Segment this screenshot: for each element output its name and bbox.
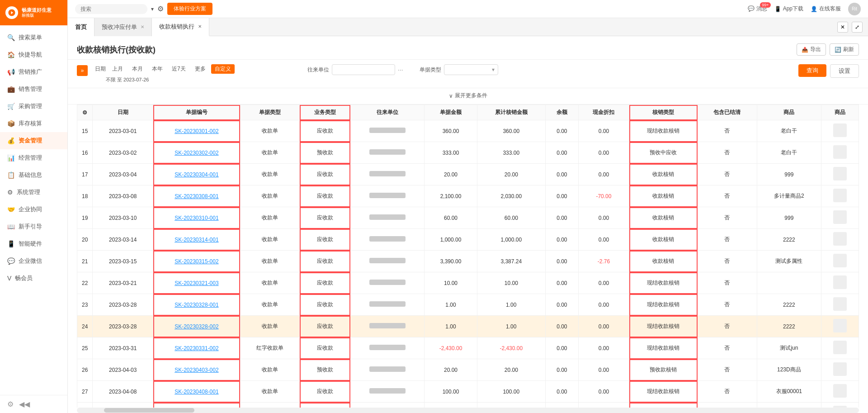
cell-goods2	[821, 185, 859, 207]
date-btn-last-month[interactable]: 上月	[108, 64, 127, 74]
close-tab-button[interactable]: ✕	[837, 22, 848, 33]
cell-balance: 0.00	[545, 337, 578, 359]
cell-date: 2023-04-03	[93, 359, 153, 381]
tab-prepay[interactable]: 预收冲应付单 ✕	[94, 18, 152, 36]
doc-no-link[interactable]: SK-20230308-001	[175, 193, 218, 199]
sidebar-item-搜索菜单[interactable]: 🔍搜索菜单	[0, 29, 67, 46]
cell-cash-discount: 0.00	[578, 337, 629, 359]
sidebar-item-企业微信[interactable]: 💬企业微信	[0, 252, 67, 270]
cell-doc-no: SK-20230418-001	[153, 403, 240, 408]
voucher-type-filter-group: 单据类型	[420, 64, 498, 75]
date-btn-this-month[interactable]: 本月	[128, 64, 146, 74]
doc-no-link[interactable]: SK-20230310-001	[175, 215, 218, 221]
partner-input[interactable]	[332, 64, 395, 75]
filter-toggle-btn[interactable]: »	[77, 65, 88, 76]
doc-no-link[interactable]: SK-20230302-002	[175, 150, 218, 156]
cell-balance: 0.00	[545, 164, 578, 185]
sidebar-item-销售管理[interactable]: 💼销售管理	[0, 81, 67, 98]
cell-doc-no: SK-20230308-001	[153, 185, 240, 207]
online-service-btn[interactable]: 👤 在线客服	[811, 5, 841, 13]
cell-include-settled: 否	[698, 272, 757, 294]
voucher-type-select[interactable]	[444, 64, 498, 75]
cell-date: 2023-03-08	[93, 185, 153, 207]
sidebar-item-采购管理[interactable]: 🛒采购管理	[0, 98, 67, 115]
cell-cum-amount: 1.00	[477, 316, 545, 337]
cell-balance: 0.00	[545, 120, 578, 142]
cell-balance: 0.00	[545, 381, 578, 403]
doc-no-link[interactable]: SK-20230328-001	[175, 302, 218, 308]
table-header-row: ⚙ 日期 单据编号 单据类型 业务类型 往来单位 单据金额 累计核销金额 余额 …	[77, 105, 859, 120]
expand-more-btn[interactable]: ∨ 展开更多条件	[77, 90, 859, 101]
dropdown-btn[interactable]: ▾	[151, 6, 154, 12]
doc-no-link[interactable]: SK-20230331-002	[175, 345, 218, 351]
doc-no-link[interactable]: SK-20230315-002	[175, 258, 218, 265]
date-range-display: 不限 至 2023-07-26	[106, 77, 149, 82]
doc-no-link[interactable]: SK-20230328-002	[175, 323, 218, 330]
export-button[interactable]: 📤 导出	[797, 43, 826, 56]
cell-balance: 0.00	[545, 229, 578, 251]
scroll-thumb[interactable]	[104, 408, 194, 413]
doc-no-link[interactable]: SK-20230408-001	[175, 389, 218, 395]
cell-no: 24	[77, 316, 93, 337]
doc-no-link[interactable]: SK-20230321-003	[175, 280, 218, 286]
cell-doc-type: 收款单	[240, 207, 300, 229]
cell-write-off-type: 现结收款核销	[629, 120, 698, 142]
sidebar-item-新手引导[interactable]: 📖新手引导	[0, 218, 67, 235]
sidebar-item-智能硬件[interactable]: 📱智能硬件	[0, 235, 67, 252]
date-btn-more[interactable]: 更多	[191, 64, 209, 74]
query-button[interactable]: 查询	[798, 64, 826, 77]
cell-balance: 0.00	[545, 142, 578, 164]
cell-date: 2023-04-18	[93, 403, 153, 408]
date-btn-this-year[interactable]: 本年	[148, 64, 166, 74]
cell-no: 27	[77, 381, 93, 403]
table-row: 20 2023-03-14 SK-20230314-001 收款单 应收款 1,…	[77, 229, 859, 251]
sidebar-item-基础信息[interactable]: 📋基础信息	[0, 166, 67, 184]
date-btn-custom[interactable]: 自定义	[211, 64, 235, 74]
sidebar-item-资金管理[interactable]: 💰资金管理	[0, 132, 67, 149]
search-input[interactable]	[80, 6, 135, 12]
date-btn-7days[interactable]: 近7天	[168, 64, 189, 74]
gear-button[interactable]: ⚙	[157, 5, 164, 13]
settings-icon[interactable]: ⚙	[7, 400, 14, 408]
cell-doc-type: 收款单	[240, 272, 300, 294]
cell-amount: 60.00	[425, 207, 477, 229]
cell-date: 2023-03-01	[93, 120, 153, 142]
tab-writeoff[interactable]: 收款核销执行 ✕	[152, 18, 209, 36]
cell-biz-type: 应收款	[300, 229, 350, 251]
sidebar-item-经营管理[interactable]: 📊经营管理	[0, 149, 67, 166]
close-writeoff-tab-icon[interactable]: ✕	[198, 24, 202, 29]
th-amount: 单据金额	[425, 105, 477, 120]
cell-doc-no: SK-20230314-001	[153, 229, 240, 251]
app-download-btn[interactable]: 📱 App下载	[774, 5, 803, 13]
doc-no-link[interactable]: SK-20230301-002	[175, 128, 218, 134]
user-avatar[interactable]: Rit	[848, 3, 861, 15]
refresh-button[interactable]: 🔄 刷新	[830, 43, 859, 56]
settings-filter-button[interactable]: 设置	[830, 64, 859, 78]
doc-no-link[interactable]: SK-20230304-001	[175, 171, 218, 178]
table-body: 15 2023-03-01 SK-20230301-002 收款单 应收款 36…	[77, 120, 859, 408]
sidebar-item-快捷导航[interactable]: 🏠快捷导航	[0, 46, 67, 63]
doc-no-link[interactable]: SK-20230314-001	[175, 237, 218, 243]
maximize-tab-button[interactable]: ⤢	[852, 22, 863, 33]
main-content: ▾ ⚙ 体验行业方案 💬 99+ 消息 📱 App下载 👤 在线客服 Rit	[68, 0, 868, 413]
collapse-icon[interactable]: ◀◀	[19, 400, 30, 408]
sidebar-item-系统管理[interactable]: ⚙系统管理	[0, 184, 67, 201]
sidebar-item-畅会员[interactable]: V畅会员	[0, 270, 67, 287]
cell-balance: 0.00	[545, 207, 578, 229]
doc-no-link[interactable]: SK-20230403-002	[175, 367, 218, 373]
cell-no: 20	[77, 229, 93, 251]
sidebar-item-企业协同[interactable]: 🤝企业协同	[0, 201, 67, 218]
close-prepay-tab-icon[interactable]: ✕	[141, 24, 144, 29]
cell-write-off-type: 预收中应收	[629, 142, 698, 164]
voucher-type-select-wrap	[444, 64, 498, 75]
tab-home[interactable]: 首页	[68, 18, 94, 36]
solution-button[interactable]: 体验行业方案	[167, 3, 212, 15]
horizontal-scrollbar[interactable]	[77, 408, 859, 413]
cell-amount: 1.00	[425, 316, 477, 337]
sidebar-item-营销推广[interactable]: 📢营销推广	[0, 63, 67, 81]
th-balance: 余额	[545, 105, 578, 120]
notification-btn[interactable]: 💬 99+ 消息	[748, 5, 767, 13]
cell-biz-type: 应收款	[300, 294, 350, 316]
sidebar-item-库存核算[interactable]: 📦库存核算	[0, 115, 67, 132]
cell-goods2	[821, 359, 859, 381]
